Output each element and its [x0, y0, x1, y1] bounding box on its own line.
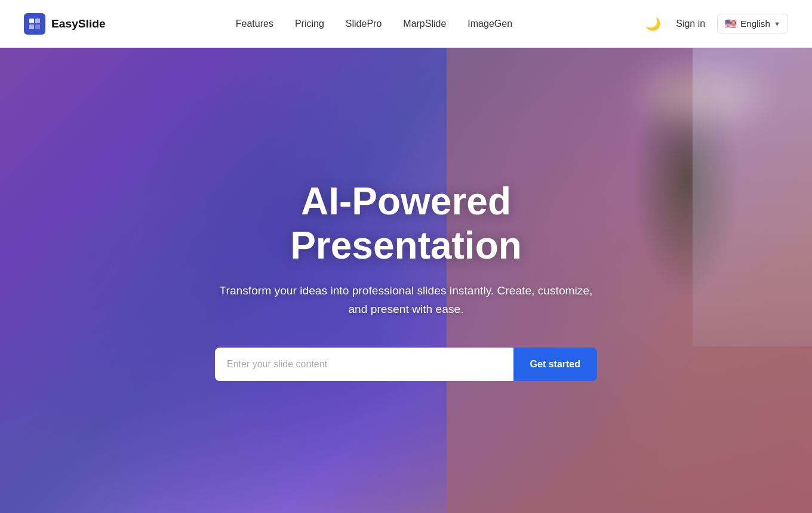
hero-title: AI-Powered Presentation	[215, 180, 597, 268]
nav-link-slidepro[interactable]: SlidePro	[346, 19, 382, 29]
slide-content-input[interactable]	[215, 348, 513, 381]
dark-mode-button[interactable]: 🌙	[642, 13, 664, 35]
svg-rect-3	[35, 24, 40, 29]
hero-title-line2: Presentation	[290, 224, 522, 267]
nav-item-marpslide[interactable]: MarpSlide	[403, 19, 446, 29]
hero-title-line1: AI-Powered	[301, 180, 511, 223]
svg-rect-2	[29, 24, 34, 29]
nav-link-imagegen[interactable]: ImageGen	[467, 19, 512, 29]
sign-in-link[interactable]: Sign in	[676, 19, 705, 29]
nav-link-marpslide[interactable]: MarpSlide	[403, 19, 446, 29]
hero-content: AI-Powered Presentation Transform your i…	[203, 180, 609, 381]
nav-link-pricing[interactable]: Pricing	[295, 19, 324, 29]
language-selector-button[interactable]: 🇺🇸 English ▼	[717, 14, 788, 33]
svg-rect-1	[35, 19, 40, 23]
get-started-button[interactable]: Get started	[513, 348, 597, 381]
nav-links: Features Pricing SlidePro MarpSlide Imag…	[236, 19, 512, 29]
nav-right: 🌙 Sign in 🇺🇸 English ▼	[642, 13, 788, 35]
nav-item-imagegen[interactable]: ImageGen	[467, 19, 512, 29]
logo-link[interactable]: EasySlide	[24, 13, 106, 35]
hero-cta-area: Get started	[215, 348, 597, 381]
chevron-down-icon: ▼	[774, 20, 780, 27]
logo-text: EasySlide	[51, 17, 106, 30]
navbar-inner: EasySlide Features Pricing SlidePro Marp…	[24, 13, 788, 35]
navbar: EasySlide Features Pricing SlidePro Marp…	[0, 0, 812, 48]
nav-item-pricing[interactable]: Pricing	[295, 19, 324, 29]
hero-section: AI-Powered Presentation Transform your i…	[0, 0, 812, 513]
hero-screen-glow	[693, 48, 812, 346]
svg-rect-0	[29, 19, 34, 23]
hero-subtitle: Transform your ideas into professional s…	[215, 282, 597, 318]
flag-icon: 🇺🇸	[725, 18, 737, 29]
nav-link-features[interactable]: Features	[236, 19, 273, 29]
nav-item-features[interactable]: Features	[236, 19, 273, 29]
language-label: English	[740, 19, 770, 29]
moon-icon: 🌙	[645, 17, 661, 31]
nav-item-slidepro[interactable]: SlidePro	[346, 19, 382, 29]
logo-icon	[24, 13, 45, 35]
